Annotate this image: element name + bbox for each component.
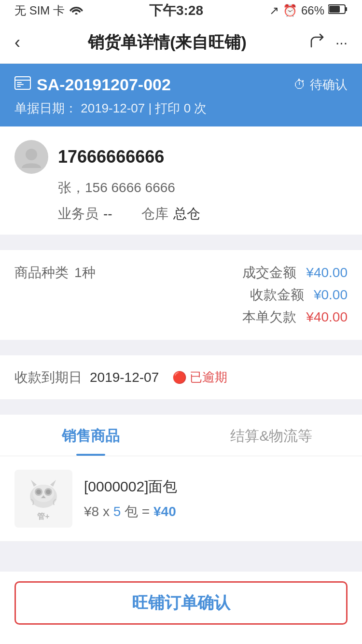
divider-2	[0, 348, 362, 355]
nav-actions: ···	[309, 33, 348, 51]
no-sim-label: 无 SIM 卡	[14, 3, 65, 18]
status-bar: 无 SIM 卡 下午3:28 ↗ ⏰ 66%	[0, 0, 362, 21]
bottom-bar: 旺铺订单确认	[0, 572, 362, 644]
due-section: 收款到期日 2019-12-07 🔴 已逾期	[0, 355, 362, 399]
svg-point-0	[75, 13, 78, 15]
product-price: ¥8 x 5 包 = ¥40	[84, 503, 348, 521]
battery-label: 66%	[301, 4, 324, 17]
salesman-info: 业务员 --	[58, 205, 112, 223]
location-icon: ↗	[269, 4, 279, 17]
svg-point-8	[26, 149, 37, 160]
svg-marker-11	[50, 480, 56, 487]
warehouse-info: 仓库 总仓	[141, 205, 200, 223]
customer-name: 张，156 6666 6666	[58, 179, 348, 197]
customer-section: 17666666666 张，156 6666 6666 业务员 -- 仓库 总仓	[0, 126, 362, 235]
order-status: ⏱ 待确认	[293, 76, 348, 93]
customer-row: 17666666666	[14, 140, 348, 174]
svg-point-16	[46, 490, 51, 494]
svg-rect-6	[17, 84, 24, 85]
amount-section: 商品种类 1种 成交金额 ¥40.00 收款金额 ¥0.00 本单欠款 ¥40.…	[0, 250, 362, 340]
customer-meta: 业务员 -- 仓库 总仓	[58, 205, 348, 223]
svg-rect-5	[17, 82, 22, 83]
divider-3	[0, 407, 362, 415]
received-amount: 收款金额 ¥0.00	[250, 286, 348, 304]
amount-details: 成交金额 ¥40.00 收款金额 ¥0.00 本单欠款 ¥40.00	[242, 264, 348, 326]
tab-sales-goods[interactable]: 销售商品	[0, 415, 181, 456]
wifi-icon	[70, 4, 83, 17]
deal-amount: 成交金额 ¥40.00	[242, 264, 348, 282]
product-name: [0000002]面包	[84, 477, 348, 497]
share-icon[interactable]	[309, 33, 324, 51]
overdue-alert-icon: 🔴	[172, 371, 187, 384]
battery-icon	[328, 4, 348, 17]
order-id: SA-20191207-002	[14, 75, 171, 94]
status-right: ↗ ⏰ 66%	[269, 4, 348, 17]
status-left: 无 SIM 卡	[14, 3, 83, 18]
more-icon[interactable]: ···	[335, 34, 348, 51]
tabs-bar: 销售商品 结算&物流等	[0, 415, 362, 456]
svg-marker-10	[31, 480, 37, 487]
confirm-order-button[interactable]: 旺铺订单确认	[14, 581, 348, 625]
owed-amount: 本单欠款 ¥40.00	[242, 308, 348, 326]
nav-bar: ‹ 销货单详情(来自旺铺) ···	[0, 21, 362, 64]
product-info: [0000002]面包 ¥8 x 5 包 = ¥40	[84, 477, 348, 521]
svg-rect-4	[15, 77, 30, 89]
goods-type-info: 商品种类 1种	[14, 264, 96, 282]
table-row: 管+ [0000002]面包 ¥8 x 5 包 = ¥40	[0, 456, 362, 542]
order-date-row: 单据日期： 2019-12-07 | 打印 0 次	[14, 100, 348, 117]
product-image: 管+	[14, 470, 72, 528]
logo-text: 管+	[37, 512, 49, 522]
page-title: 销货单详情(来自旺铺)	[25, 31, 309, 54]
svg-rect-3	[329, 6, 340, 13]
svg-rect-7	[17, 86, 21, 87]
customer-phone: 17666666666	[58, 147, 164, 167]
back-button[interactable]: ‹	[14, 28, 25, 57]
svg-rect-2	[345, 7, 347, 11]
avatar	[14, 140, 48, 174]
divider-1	[0, 242, 362, 250]
tab-settlement[interactable]: 结算&物流等	[181, 415, 362, 456]
tabs-section: 销售商品 结算&物流等	[0, 415, 362, 542]
status-time: 下午3:28	[149, 1, 203, 20]
overdue-badge: 🔴 已逾期	[167, 367, 233, 388]
alarm-icon: ⏰	[283, 4, 297, 17]
svg-point-15	[36, 490, 41, 494]
order-icon	[14, 76, 31, 93]
order-header: SA-20191207-002 ⏱ 待确认 单据日期： 2019-12-07 |…	[0, 64, 362, 126]
product-list: 管+ [0000002]面包 ¥8 x 5 包 = ¥40	[0, 456, 362, 542]
status-clock-icon: ⏱	[293, 77, 306, 92]
